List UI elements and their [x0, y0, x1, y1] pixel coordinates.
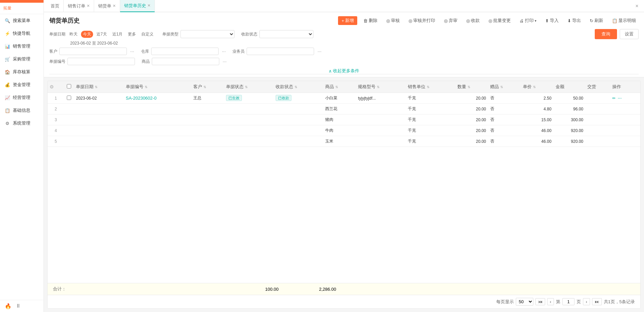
sidebar-item-inventory[interactable]: 🏠 库存核算 — [0, 66, 44, 78]
sort-doc-date-icon[interactable]: ⇅ — [95, 85, 97, 89]
warehouse-input[interactable] — [151, 48, 219, 55]
collect-button[interactable]: ◎ 收款 — [464, 16, 482, 25]
doc-no-link[interactable]: SA-20230602-0 — [126, 96, 157, 101]
cell-amount: 920.00 — [554, 136, 585, 147]
date-btn-today[interactable]: 今天 — [81, 31, 93, 38]
cell-checkbox — [64, 125, 74, 136]
sort-customer-icon[interactable]: ⇅ — [203, 85, 206, 89]
goods-input[interactable] — [152, 58, 219, 65]
audit-print-button[interactable]: ◎ 审核并打印 — [406, 16, 438, 25]
tab-sales-goods[interactable]: 销货单 ✕ — [94, 0, 120, 12]
export-button[interactable]: ⬇ 导出 — [565, 16, 584, 25]
show-detail-button[interactable]: 📋 显示明细 — [609, 16, 639, 25]
collapse-btn[interactable]: ∧ 收起更多条件 — [49, 68, 639, 74]
sidebar-item-purchase-mgmt[interactable]: 🛒 采购管理 — [0, 53, 44, 66]
sidebar-item-ops-mgmt[interactable]: 📈 经营管理 — [0, 91, 44, 104]
show-detail-icon: 📋 — [612, 18, 617, 23]
staff-input[interactable] — [247, 48, 314, 55]
cell-goods: 小白菜 — [323, 93, 356, 104]
warehouse-ellipsis[interactable]: ··· — [222, 49, 226, 54]
th-unit-price-label: 单价 — [523, 84, 532, 90]
page-first-button[interactable]: ⏮ — [535, 298, 545, 305]
date-btn-7days[interactable]: 近7天 — [94, 31, 109, 38]
audit-print-icon: ◎ — [409, 18, 412, 23]
date-btn-custom[interactable]: 自定义 — [139, 31, 156, 38]
batch-change-button[interactable]: ◎ 批量变更 — [486, 16, 513, 25]
sort-doc-no-icon[interactable]: ⇅ — [145, 85, 147, 89]
import-button[interactable]: ⬆ 导入 — [542, 16, 561, 25]
th-quantity-label: 数量 — [457, 84, 466, 90]
sort-doc-status-icon[interactable]: ⇅ — [245, 85, 248, 89]
page-last-button[interactable]: ⏭ — [592, 298, 602, 305]
setting-button[interactable]: 设置 — [620, 29, 639, 39]
sort-quantity-icon[interactable]: ⇅ — [468, 85, 470, 89]
goods-ellipsis[interactable]: ··· — [223, 59, 227, 64]
page-next-button[interactable]: › — [583, 298, 590, 305]
sidebar-fire-icon[interactable]: 🔥 — [5, 303, 11, 309]
page-number-input[interactable] — [562, 298, 575, 305]
tab-sales-order-close[interactable]: ✕ — [87, 4, 90, 8]
close-all-tabs[interactable]: ✕ — [633, 4, 641, 8]
cell-amount: 96.00 — [554, 104, 585, 114]
collect-label: 收款 — [471, 18, 480, 24]
audit-button[interactable]: ◎ 审核 — [384, 16, 402, 25]
per-page-select[interactable]: 50 20 100 — [516, 298, 533, 306]
th-settings: ⚙ — [48, 81, 64, 93]
sort-unit-price-icon[interactable]: ⇅ — [533, 85, 536, 89]
pagination: 每页显示 50 20 100 ⏮ ‹ 第 页 › ⏭ 共1页，5条记录 — [48, 295, 640, 308]
sidebar-item-finance[interactable]: 💰 资金管理 — [0, 78, 44, 91]
sidebar-item-quick-nav[interactable]: ⚡ 快捷导航 — [0, 27, 44, 40]
table-header-row: ⚙ 单据日期 ⇅ — [48, 81, 640, 93]
cell-row-num: 2 — [48, 104, 64, 114]
import-label: 导入 — [550, 18, 559, 24]
filter-row-2: 客户 ··· 仓库 ··· 业务员 ··· — [49, 48, 639, 55]
date-btn-yesterday[interactable]: 昨天 — [67, 31, 80, 38]
select-all-checkbox[interactable] — [67, 84, 71, 88]
more-action[interactable]: ⋯ — [618, 96, 622, 101]
new-icon: + — [341, 18, 344, 23]
tab-sales-history[interactable]: 销货单历史 ✕ — [120, 0, 155, 12]
new-button[interactable]: + 新增 — [338, 16, 357, 25]
customer-ellipsis[interactable]: ··· — [130, 49, 134, 54]
sidebar-item-sys-mgmt[interactable]: ⚙ 系统管理 — [0, 117, 44, 130]
toolbar: + 新增 🗑 删除 ◎ 审核 ◎ 审核并打印 — [338, 16, 639, 25]
cell-amount: 920.00 — [554, 125, 585, 136]
sort-goods-icon[interactable]: ⇅ — [335, 85, 338, 89]
doc-type-select[interactable] — [180, 30, 234, 38]
audit-icon: ◎ — [386, 18, 390, 23]
show-detail-label: 显示明细 — [618, 18, 636, 24]
sort-unit-icon[interactable]: ⇅ — [427, 85, 429, 89]
payment-status-select[interactable] — [259, 30, 313, 38]
page-prev-button[interactable]: ‹ — [547, 298, 554, 305]
doc-no-input[interactable] — [67, 58, 135, 65]
delete-button[interactable]: 🗑 删除 — [361, 16, 380, 25]
tab-sales-goods-close[interactable]: ✕ — [113, 4, 116, 8]
abandon-button[interactable]: ◎ 弃审 — [441, 16, 460, 25]
customer-input[interactable] — [59, 48, 127, 55]
cell-action: ✏⋯ — [610, 93, 640, 104]
tab-sales-order[interactable]: 销售订单 ✕ — [64, 0, 94, 12]
settings-gear-icon[interactable]: ⚙ — [50, 84, 54, 89]
sort-payment-status-icon[interactable]: ⇅ — [295, 85, 297, 89]
th-unit-label: 销售单位 — [408, 84, 425, 90]
filter-goods: 商品 ··· — [142, 58, 227, 65]
staff-ellipsis[interactable]: ··· — [317, 49, 321, 54]
date-btn-1month[interactable]: 近1月 — [110, 31, 125, 38]
sidebar-item-basic-info[interactable]: 📋 基础信息 — [0, 104, 44, 117]
sidebar-item-sales-mgmt[interactable]: 📊 销售管理 — [0, 40, 44, 53]
refresh-button[interactable]: ↻ 刷新 — [587, 16, 606, 25]
sidebar-item-search-menu[interactable]: 🔍 搜索菜单 — [0, 14, 44, 27]
tab-sales-history-close[interactable]: ✕ — [147, 3, 150, 8]
edit-action[interactable]: ✏ — [612, 96, 616, 101]
delete-icon: 🗑 — [363, 18, 368, 23]
sidebar-item-label: 库存核算 — [13, 69, 30, 75]
inventory-icon: 🏠 — [5, 69, 10, 75]
sort-spec-icon[interactable]: ⇅ — [377, 85, 380, 89]
date-btn-more[interactable]: 更多 — [126, 31, 138, 38]
print-button[interactable]: 🖨 打印 ▾ — [517, 16, 539, 25]
tab-home[interactable]: 首页 — [47, 0, 64, 12]
row-checkbox[interactable] — [67, 96, 71, 100]
sort-gift-icon[interactable]: ⇅ — [500, 85, 503, 89]
query-button[interactable]: 查询 — [595, 29, 617, 39]
sidebar-pause-icon[interactable]: ⏸ — [16, 303, 21, 309]
